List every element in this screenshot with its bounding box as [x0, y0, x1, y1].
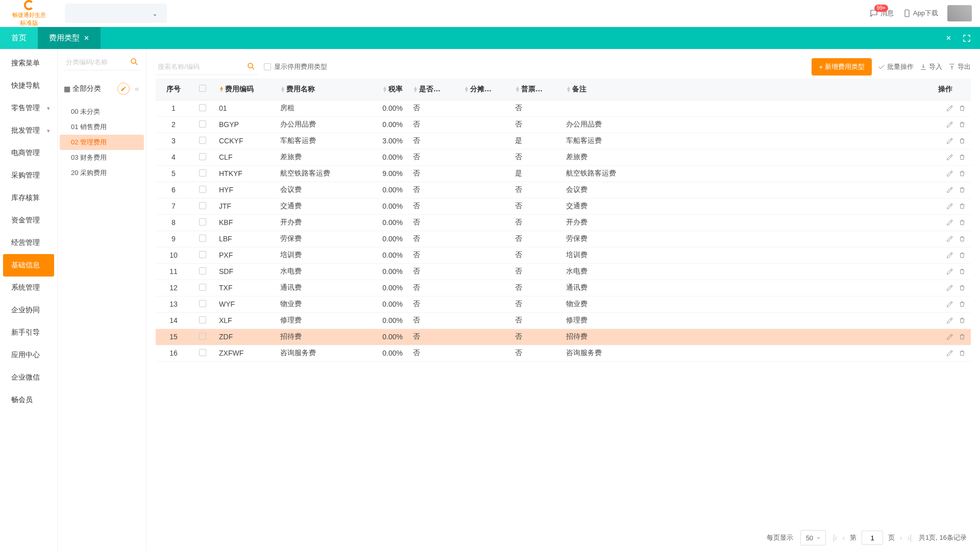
page-input[interactable] — [862, 531, 883, 545]
delete-icon[interactable] — [959, 203, 966, 210]
search-icon[interactable] — [130, 57, 139, 66]
add-fee-type-button[interactable]: + 新增费用类型 — [812, 58, 872, 76]
edit-icon[interactable] — [946, 252, 953, 259]
delete-icon[interactable] — [959, 105, 966, 112]
collapse-panel-icon[interactable]: « — [133, 79, 141, 99]
app-download-button[interactable]: App下载 — [903, 9, 938, 18]
col-seq[interactable]: 序号 — [156, 79, 191, 100]
cell-checkbox[interactable] — [191, 133, 214, 149]
messages-button[interactable]: 99+ 消息 — [869, 9, 894, 18]
edit-icon[interactable] — [946, 219, 953, 226]
edit-icon[interactable] — [946, 349, 953, 357]
delete-icon[interactable] — [959, 268, 966, 275]
col-checkbox[interactable] — [191, 79, 214, 100]
left-nav-item[interactable]: 新手引导 — [0, 321, 57, 344]
delete-icon[interactable] — [959, 252, 966, 259]
left-nav-item[interactable]: 基础信息 — [3, 254, 54, 277]
cell-checkbox[interactable] — [191, 214, 214, 231]
edit-icon[interactable] — [946, 186, 953, 193]
cell-checkbox[interactable] — [191, 182, 214, 198]
table-row[interactable]: 101房租0.00%否否 — [156, 100, 971, 116]
delete-icon[interactable] — [959, 219, 966, 226]
edit-icon[interactable] — [946, 333, 953, 340]
table-row[interactable]: 16ZXFWF咨询服务费0.00%否否咨询服务费 — [156, 345, 971, 361]
cell-checkbox[interactable] — [191, 345, 214, 361]
table-search-input[interactable] — [156, 59, 258, 75]
edit-icon[interactable] — [946, 300, 953, 308]
col-isx[interactable]: ▲▼是否… — [408, 79, 459, 100]
left-nav-item[interactable]: 企业微信 — [0, 366, 57, 389]
org-dropdown[interactable]: ⌄ — [65, 4, 167, 23]
col-remark[interactable]: ▲▼备注 — [561, 79, 920, 100]
edit-icon[interactable] — [946, 235, 953, 242]
table-row[interactable]: 14XLF修理费0.00%否否修理费 — [156, 312, 971, 329]
table-row[interactable]: 5HTKYF航空铁路客运费9.00%否是航空铁路客运费 — [156, 165, 971, 182]
category-item[interactable]: 02 管理费用 — [60, 135, 144, 150]
fullscreen-icon[interactable] — [962, 33, 972, 43]
left-nav-item[interactable]: 电商管理 — [0, 142, 57, 164]
cell-checkbox[interactable] — [191, 280, 214, 296]
delete-icon[interactable] — [959, 317, 966, 324]
table-row[interactable]: 4CLF差旅费0.00%否否差旅费 — [156, 149, 971, 165]
edit-icon[interactable] — [946, 203, 953, 210]
edit-icon[interactable] — [946, 121, 953, 128]
delete-icon[interactable] — [959, 284, 966, 291]
category-item[interactable]: 03 财务费用 — [60, 150, 144, 165]
left-nav-item[interactable]: 批发管理▾ — [0, 119, 57, 142]
category-edit-button[interactable] — [117, 83, 130, 95]
left-nav-item[interactable]: 快捷导航 — [0, 74, 57, 97]
left-nav-item[interactable]: 企业协同 — [0, 299, 57, 321]
tab-fee-type[interactable]: 费用类型 ✕ — [38, 27, 101, 49]
table-row[interactable]: 11SDF水电费0.00%否否水电费 — [156, 263, 971, 280]
col-rate[interactable]: ▲▼税率 — [357, 79, 408, 100]
tab-close-all-icon[interactable]: ✕ — [943, 33, 953, 43]
left-nav-item[interactable]: 库存核算 — [0, 187, 57, 209]
table-row[interactable]: 9LBF劳保费0.00%否否劳保费 — [156, 231, 971, 247]
table-row[interactable]: 2BGYP办公用品费0.00%否否办公用品费 — [156, 116, 971, 133]
edit-icon[interactable] — [946, 170, 953, 177]
left-nav-item[interactable]: 经营管理 — [0, 232, 57, 254]
edit-icon[interactable] — [946, 105, 953, 112]
export-button[interactable]: 导出 — [948, 62, 971, 71]
cell-checkbox[interactable] — [191, 116, 214, 133]
cell-checkbox[interactable] — [191, 247, 214, 263]
col-name[interactable]: ▲▼费用名称 — [275, 79, 357, 100]
table-row[interactable]: 10PXF培训费0.00%否否培训费 — [156, 247, 971, 263]
cell-checkbox[interactable] — [191, 329, 214, 345]
cell-checkbox[interactable] — [191, 231, 214, 247]
table-row[interactable]: 13WYF物业费0.00%否否物业费 — [156, 296, 971, 312]
left-nav-item[interactable]: 畅会员 — [0, 389, 57, 411]
page-last-icon[interactable]: ›| — [908, 534, 912, 542]
delete-icon[interactable] — [959, 137, 966, 144]
per-page-select[interactable]: 50 — [800, 530, 826, 545]
col-share[interactable]: ▲▼分摊… — [459, 79, 510, 100]
category-item[interactable]: 01 销售费用 — [60, 119, 144, 135]
table-row[interactable]: 15ZDF招待费0.00%否否招待费 — [156, 329, 971, 345]
col-code[interactable]: ▲▼费用编码 — [214, 79, 275, 100]
cell-checkbox[interactable] — [191, 296, 214, 312]
tab-home[interactable]: 首页 — [0, 27, 38, 49]
delete-icon[interactable] — [959, 186, 966, 193]
search-icon[interactable] — [247, 62, 256, 71]
edit-icon[interactable] — [946, 317, 953, 324]
delete-icon[interactable] — [959, 349, 966, 357]
left-nav-item[interactable]: 应用中心 — [0, 344, 57, 366]
table-row[interactable]: 12TXF通讯费0.00%否否通讯费 — [156, 280, 971, 296]
delete-icon[interactable] — [959, 300, 966, 308]
delete-icon[interactable] — [959, 154, 966, 161]
page-first-icon[interactable]: |‹ — [833, 534, 837, 542]
category-item[interactable]: 00 未分类 — [60, 104, 144, 119]
category-search-input[interactable] — [64, 54, 140, 70]
left-nav-item[interactable]: 采购管理 — [0, 164, 57, 187]
table-row[interactable]: 8KBF开办费0.00%否否开办费 — [156, 214, 971, 231]
delete-icon[interactable] — [959, 170, 966, 177]
delete-icon[interactable] — [959, 121, 966, 128]
import-button[interactable]: 导入 — [920, 62, 942, 71]
user-avatar[interactable] — [947, 5, 972, 21]
left-nav-item[interactable]: 零售管理▾ — [0, 97, 57, 119]
category-item[interactable]: 20 采购费用 — [60, 165, 144, 181]
left-nav-item[interactable]: 资金管理 — [0, 209, 57, 232]
edit-icon[interactable] — [946, 137, 953, 144]
left-nav-item[interactable]: 系统管理 — [0, 277, 57, 299]
cell-checkbox[interactable] — [191, 312, 214, 329]
